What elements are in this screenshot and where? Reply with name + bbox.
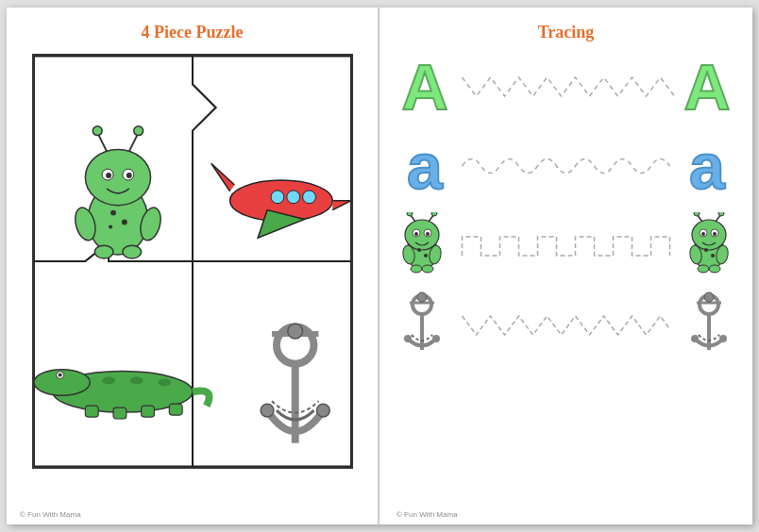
letter-a-right: a [679,134,735,198]
pages-container: 4 Piece Puzzle [7,8,752,524]
svg-marker-3 [193,261,351,466]
puzzle-area [32,54,353,469]
svg-point-51 [426,232,430,236]
svg-point-70 [698,265,709,273]
tracing-line-lowercase [457,147,675,185]
svg-point-33 [102,377,115,385]
svg-point-17 [122,245,141,258]
svg-point-61 [694,212,700,216]
svg-rect-29 [85,406,98,417]
svg-point-83 [691,335,699,342]
svg-point-16 [94,245,113,258]
svg-point-72 [704,248,708,252]
svg-point-5 [85,149,150,205]
svg-point-45 [407,212,413,216]
svg-rect-32 [169,404,182,415]
tracing-line-anchor [450,308,682,341]
svg-point-13 [126,173,131,178]
svg-point-24 [271,191,284,204]
alien-char-left [396,212,448,278]
svg-point-50 [414,232,418,236]
svg-point-12 [106,173,111,178]
svg-marker-2 [34,242,193,466]
letter-a-left: a [396,134,453,198]
svg-point-7 [93,126,102,136]
anchor-char-left [396,291,448,357]
left-page-title: 4 Piece Puzzle [18,23,366,42]
svg-point-9 [133,126,143,136]
svg-rect-30 [113,407,126,419]
alien-char-right [683,212,735,278]
svg-point-41 [287,324,302,339]
letter-A-right: A [679,55,735,119]
tracing-line-alien [450,229,682,262]
svg-point-73 [711,254,715,258]
svg-point-47 [431,212,437,216]
svg-point-57 [424,254,428,258]
svg-point-22 [302,191,315,204]
svg-point-40 [316,404,329,417]
svg-point-85 [704,292,714,302]
svg-point-77 [404,335,412,342]
svg-point-84 [719,335,727,342]
svg-point-20 [109,224,112,228]
anchor-char-right [683,291,735,357]
right-watermark: © Fun With Mama [396,510,458,519]
svg-point-79 [417,292,427,302]
svg-point-35 [158,379,171,387]
svg-point-63 [718,212,724,216]
svg-point-34 [129,377,143,385]
svg-point-71 [709,265,720,273]
svg-point-78 [432,335,440,342]
left-page: 4 Piece Puzzle [7,8,380,524]
svg-point-66 [701,232,705,236]
svg-point-39 [261,404,274,417]
svg-point-55 [422,265,433,273]
right-page-title: Tracing [396,23,735,42]
svg-point-67 [713,232,717,236]
svg-point-23 [286,191,299,204]
svg-point-56 [417,248,421,252]
right-page: Tracing A A a [380,8,752,524]
svg-rect-31 [141,406,154,417]
svg-point-28 [58,374,61,377]
svg-point-19 [121,220,126,225]
tracing-row-uppercase-a: A A [396,50,735,124]
svg-point-18 [110,210,116,216]
left-watermark: © Fun With Mama [20,510,81,519]
tracing-row-lowercase-a: a a [396,129,735,203]
svg-point-54 [411,265,422,273]
tracing-row-anchor [396,288,735,361]
tracing-section: A A a a [396,50,735,361]
tracing-row-alien [396,208,735,282]
letter-A-left: A [396,55,453,119]
tracing-line-uppercase [457,68,675,106]
